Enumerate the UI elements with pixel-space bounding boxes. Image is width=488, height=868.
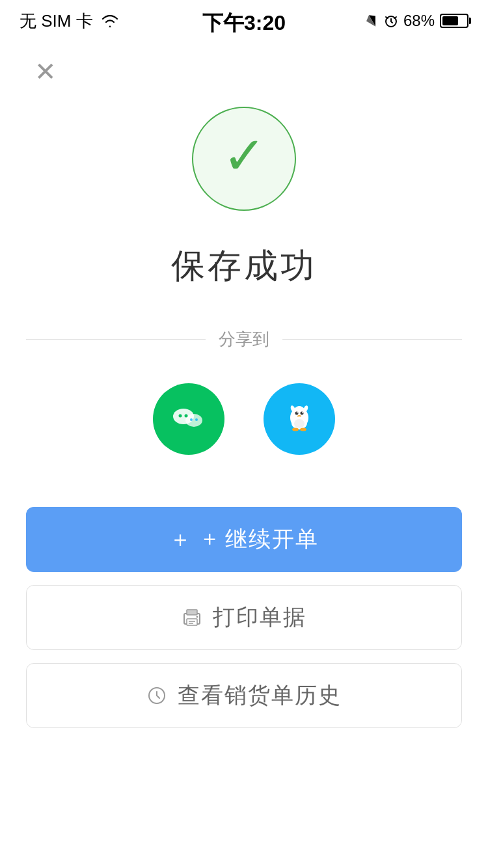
history-label: 查看销货单历史 bbox=[178, 681, 342, 711]
svg-point-11 bbox=[297, 412, 298, 413]
close-button[interactable]: ✕ bbox=[26, 52, 65, 91]
svg-point-25 bbox=[197, 616, 198, 618]
print-label: 打印单据 bbox=[213, 603, 306, 632]
status-left: 无 SIM 卡 bbox=[20, 10, 120, 33]
continue-icon: ＋ bbox=[169, 524, 193, 554]
battery-icon bbox=[440, 14, 468, 28]
wechat-share-button[interactable] bbox=[153, 383, 224, 455]
history-button[interactable]: 查看销货单历史 bbox=[26, 663, 462, 728]
status-time: 下午3:20 bbox=[202, 9, 286, 38]
close-icon: ✕ bbox=[34, 59, 57, 85]
svg-point-4 bbox=[185, 414, 188, 418]
location-icon bbox=[366, 13, 379, 29]
svg-point-3 bbox=[179, 414, 182, 418]
wifi-icon bbox=[100, 14, 120, 28]
svg-point-5 bbox=[190, 418, 193, 421]
status-right: 68% bbox=[366, 12, 468, 30]
battery-label: 68% bbox=[403, 12, 435, 30]
share-line-right bbox=[282, 339, 462, 340]
main-content: ✓ 保存成功 分享到 bbox=[0, 42, 488, 728]
action-buttons: ＋ + 继续开单 打印单据 查看销货单历史 bbox=[26, 507, 462, 728]
svg-rect-22 bbox=[187, 619, 197, 625]
svg-point-10 bbox=[301, 412, 304, 415]
history-icon bbox=[146, 685, 167, 706]
share-label: 分享到 bbox=[219, 328, 269, 351]
share-divider-row: 分享到 bbox=[26, 328, 462, 351]
checkmark-icon: ✓ bbox=[223, 130, 266, 182]
print-button[interactable]: 打印单据 bbox=[26, 585, 462, 650]
svg-point-2 bbox=[185, 414, 202, 427]
success-circle: ✓ bbox=[192, 107, 296, 211]
svg-rect-21 bbox=[187, 610, 197, 615]
continue-button[interactable]: ＋ + 继续开单 bbox=[26, 507, 462, 572]
share-line-left bbox=[26, 339, 206, 340]
qq-icon bbox=[280, 400, 319, 439]
svg-point-12 bbox=[302, 412, 303, 413]
success-title: 保存成功 bbox=[171, 243, 317, 289]
svg-point-15 bbox=[294, 419, 305, 428]
battery-fill bbox=[442, 16, 458, 25]
svg-point-16 bbox=[292, 428, 299, 431]
share-icons-row bbox=[26, 383, 462, 455]
alarm-icon bbox=[384, 14, 398, 28]
qq-share-button[interactable] bbox=[264, 383, 335, 455]
svg-point-6 bbox=[195, 418, 198, 421]
print-icon bbox=[182, 607, 202, 628]
status-bar: 无 SIM 卡 下午3:20 68% bbox=[0, 0, 488, 42]
svg-point-9 bbox=[295, 412, 299, 415]
continue-label: + 继续开单 bbox=[203, 524, 318, 554]
svg-point-17 bbox=[300, 428, 306, 431]
share-section: 分享到 bbox=[26, 328, 462, 455]
carrier-label: 无 SIM 卡 bbox=[20, 10, 93, 33]
wechat-icon bbox=[169, 400, 208, 439]
